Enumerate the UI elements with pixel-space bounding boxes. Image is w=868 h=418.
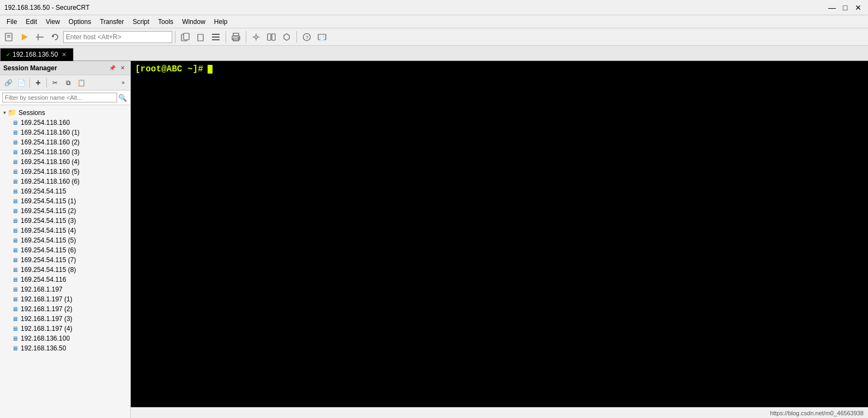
- list-item[interactable]: 🖥169.254.118.160 (2): [0, 137, 130, 147]
- list-item[interactable]: 🖥169.254.118.160 (3): [0, 147, 130, 157]
- menu-transfer[interactable]: Transfer: [95, 17, 128, 27]
- session-name: 192.168.1.197 (3): [21, 315, 72, 323]
- copy-button[interactable]: [193, 30, 208, 44]
- session-icon: 🖥: [12, 168, 18, 175]
- svg-rect-11: [212, 37, 220, 38]
- session-icon: 🖥: [12, 306, 18, 312]
- clone-session-button[interactable]: [178, 30, 192, 44]
- split-button[interactable]: [264, 30, 278, 44]
- close-sidebar-button[interactable]: ✕: [118, 64, 127, 72]
- list-item[interactable]: 🖥169.254.118.160: [0, 118, 130, 128]
- menu-script[interactable]: Script: [128, 17, 154, 27]
- keymap-button[interactable]: [280, 30, 294, 44]
- session-name: 169.254.54.115 (8): [21, 266, 76, 274]
- close-button[interactable]: ✕: [853, 2, 864, 13]
- terminal[interactable]: [root@ABC ~]#: [131, 61, 868, 407]
- sidebar-add-button[interactable]: +: [32, 77, 44, 89]
- host-input[interactable]: [66, 33, 169, 41]
- svg-rect-13: [233, 33, 239, 36]
- status-url: https://blog.csdn.net/m0_46563938: [770, 410, 864, 416]
- pin-sidebar-button[interactable]: 📌: [108, 64, 117, 72]
- scripts-button[interactable]: 📄: [315, 30, 329, 44]
- session-name: 169.254.118.160 (6): [21, 178, 80, 185]
- session-name: 192.168.136.100: [21, 335, 70, 342]
- help-button[interactable]: ?: [300, 30, 314, 44]
- title-bar-text: 192.168.136.50 - SecureCRT: [4, 4, 90, 11]
- list-item[interactable]: 🖥169.254.54.115 (1): [0, 196, 130, 206]
- list-item[interactable]: 🖥169.254.54.116: [0, 275, 130, 284]
- maximize-button[interactable]: □: [840, 2, 851, 13]
- list-item[interactable]: 🖥192.168.1.197 (4): [0, 324, 130, 334]
- list-item[interactable]: 🖥169.254.118.160 (5): [0, 167, 130, 177]
- list-item[interactable]: 🖥169.254.118.160 (4): [0, 157, 130, 167]
- list-item[interactable]: 🖥169.254.54.115 (6): [0, 245, 130, 255]
- session-name: 192.168.1.197 (4): [21, 325, 72, 332]
- list-item[interactable]: 🖥192.168.136.50: [0, 343, 130, 353]
- menu-tools[interactable]: Tools: [154, 17, 178, 27]
- find-files-button[interactable]: [209, 30, 223, 44]
- svg-rect-4: [36, 37, 44, 38]
- new-session-button[interactable]: [2, 30, 16, 44]
- minimize-button[interactable]: —: [827, 2, 837, 13]
- tab-close-button[interactable]: ✕: [60, 51, 68, 58]
- session-name: 192.168.136.50: [21, 344, 66, 352]
- list-item[interactable]: 🖥169.254.118.160 (1): [0, 128, 130, 137]
- main-layout: Session Manager 📌 ✕ 🔗 📄 + ✂ ⧉ 📋 »: [0, 61, 868, 418]
- tree-root-item[interactable]: ▾ 📁 Sessions: [0, 107, 130, 118]
- list-item[interactable]: 🖥169.254.54.115: [0, 186, 130, 196]
- filter-input[interactable]: [2, 93, 117, 102]
- tab-192-168-136-50[interactable]: ✔ 192.168.136.50 ✕: [0, 48, 74, 61]
- list-item[interactable]: 🖥169.254.54.115 (2): [0, 206, 130, 216]
- session-name: 169.254.54.115 (4): [21, 227, 76, 234]
- sidebar-expand-button[interactable]: »: [118, 77, 128, 89]
- filter-container[interactable]: 🔍: [0, 90, 130, 105]
- reconnect-button[interactable]: [48, 30, 62, 44]
- filter-search-button[interactable]: 🔍: [117, 92, 128, 103]
- tab-connected-icon: ✔: [6, 52, 10, 58]
- menu-help[interactable]: Help: [210, 17, 232, 27]
- list-item[interactable]: 🖥169.254.118.160 (6): [0, 177, 130, 186]
- list-item[interactable]: 🖥192.168.1.197 (3): [0, 314, 130, 324]
- sidebar-page-button[interactable]: 📄: [15, 77, 27, 89]
- list-item[interactable]: 🖥192.168.1.197: [0, 284, 130, 294]
- session-icon: 🖥: [12, 325, 18, 332]
- disconnect-button[interactable]: [33, 30, 47, 44]
- toolbar: ? 📄: [0, 28, 868, 46]
- menu-edit[interactable]: Edit: [21, 17, 41, 27]
- host-input-container[interactable]: [63, 31, 172, 43]
- session-icon: 🖥: [12, 247, 18, 253]
- sidebar-link-button[interactable]: 🔗: [2, 77, 14, 89]
- svg-text:📄: 📄: [319, 35, 325, 40]
- sidebar-paste-button[interactable]: 📋: [75, 77, 87, 89]
- session-name: 169.254.54.116: [21, 276, 66, 283]
- connect-button[interactable]: [17, 30, 32, 44]
- svg-rect-12: [212, 39, 220, 40]
- session-icon: 🖥: [12, 296, 18, 302]
- session-name: 169.254.118.160 (3): [21, 148, 80, 156]
- toolbar-separator-1: [175, 31, 175, 43]
- list-item[interactable]: 🖥169.254.54.115 (8): [0, 265, 130, 275]
- svg-rect-5: [38, 34, 39, 40]
- list-item[interactable]: 🖥192.168.136.100: [0, 334, 130, 343]
- sidebar-copy-button[interactable]: ⧉: [62, 77, 74, 89]
- sidebar-header-controls: 📌 ✕: [108, 64, 127, 72]
- list-item[interactable]: 🖥169.254.54.115 (5): [0, 235, 130, 245]
- list-item[interactable]: 🖥169.254.54.115 (7): [0, 255, 130, 265]
- print-button[interactable]: [229, 30, 243, 44]
- status-bar: https://blog.csdn.net/m0_46563938: [131, 407, 868, 418]
- terminal-cursor: [208, 65, 213, 74]
- list-item[interactable]: 🖥169.254.54.115 (4): [0, 226, 130, 235]
- title-bar: 192.168.136.50 - SecureCRT — □ ✕: [0, 0, 868, 15]
- session-icon: 🖥: [12, 237, 18, 244]
- list-item[interactable]: 🖥192.168.1.197 (1): [0, 294, 130, 304]
- toolbar-separator-4: [296, 31, 297, 43]
- menu-options[interactable]: Options: [64, 17, 95, 27]
- list-item[interactable]: 🖥169.254.54.115 (3): [0, 216, 130, 226]
- list-item[interactable]: 🖥192.168.1.197 (2): [0, 304, 130, 314]
- menu-file[interactable]: File: [2, 17, 21, 27]
- settings-button[interactable]: [249, 30, 263, 44]
- menu-window[interactable]: Window: [178, 17, 210, 27]
- menu-view[interactable]: View: [41, 17, 64, 27]
- session-name: 169.254.118.160 (1): [21, 129, 80, 136]
- sidebar-cut-button[interactable]: ✂: [49, 77, 61, 89]
